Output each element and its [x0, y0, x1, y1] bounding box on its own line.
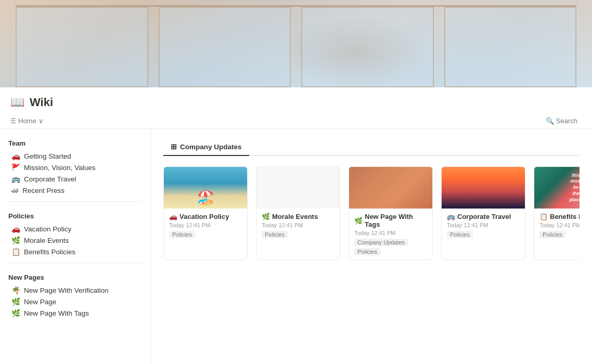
sidebar-section-new-pages: New Pages	[8, 274, 142, 281]
sidebar-item-mission-vision[interactable]: 🚩 Mission, Vision, Values	[8, 162, 142, 173]
plant-icon: 🌿	[11, 236, 20, 244]
card-corporate-travel[interactable]: 🚌 Corporate Travel Today 12:41 PM Polici…	[441, 166, 525, 260]
main-layout: Team 🚗 Getting Started 🚩 Mission, Vision…	[0, 129, 592, 364]
plant-icon: 🌿	[11, 309, 20, 317]
search-icon: 🔍	[546, 117, 554, 125]
card-tags: Policies	[169, 231, 242, 238]
sidebar-item-label: New Page	[24, 298, 56, 306]
card-image-sunset	[442, 167, 525, 209]
wiki-header: 📖 Wiki	[0, 87, 592, 113]
clipboard-emoji: 📋	[539, 213, 548, 220]
tag: Policies	[447, 231, 473, 238]
racing-car-icon: 🏎	[11, 186, 19, 194]
plant-emoji: 🌿	[262, 213, 270, 220]
palm-icon: 🌴	[11, 286, 20, 294]
car-icon: 🚗	[11, 225, 20, 233]
card-tags: Policies	[447, 231, 520, 238]
card-tags: Policies	[539, 231, 580, 238]
plant-icon: 🌿	[11, 297, 20, 306]
card-date: Today 12:41 PM	[262, 222, 334, 228]
sidebar-item-label: Benefits Policies	[24, 248, 75, 256]
sidebar-item-label: Mission, Vision, Values	[24, 164, 96, 172]
tag: Policies	[539, 231, 565, 238]
card-new-page-tags[interactable]: 🌿 New Page With Tags Today 12:41 PM Comp…	[349, 166, 433, 260]
sidebar-item-corporate-travel[interactable]: 🚌 Corporate Travel	[8, 173, 142, 185]
main-content: ⊞ Company Updates 🚗 Vacation Policy Toda…	[151, 129, 592, 364]
sidebar: Team 🚗 Getting Started 🚩 Mission, Vision…	[0, 129, 151, 364]
search-button[interactable]: 🔍 Search	[542, 115, 582, 126]
card-tags: Policies	[262, 231, 334, 238]
card-morale-events[interactable]: 🌿 Morale Events Today 12:41 PM Policies	[256, 166, 340, 260]
sidebar-item-vacation-policy[interactable]: 🚗 Vacation Policy	[8, 223, 142, 235]
sidebar-divider-2	[8, 263, 142, 263]
car-emoji: 🚗	[169, 213, 177, 220]
card-title: 📋 Benefits Policies	[539, 213, 580, 220]
sidebar-item-getting-started[interactable]: 🚗 Getting Started	[8, 150, 142, 162]
sidebar-item-label: Vacation Policy	[24, 225, 71, 233]
card-date: Today 12:41 PM	[354, 230, 427, 236]
tag: Policies	[262, 231, 288, 238]
tab-company-updates[interactable]: ⊞ Company Updates	[163, 139, 249, 156]
card-date: Today 12:41 PM	[169, 222, 242, 228]
sidebar-item-label: Morale Events	[24, 237, 69, 244]
card-title: 🌿 Morale Events	[262, 213, 334, 220]
sidebar-item-benefits-policies[interactable]: 📋 Benefits Policies	[8, 246, 142, 257]
breadcrumb[interactable]: ☰ Home ∨	[10, 117, 44, 125]
card-title: 🌿 New Page With Tags	[354, 213, 427, 228]
sidebar-item-morale-events[interactable]: 🌿 Morale Events	[8, 235, 142, 246]
card-title: 🚌 Corporate Travel	[447, 213, 520, 220]
search-label: Search	[556, 117, 577, 125]
tabs-bar: ⊞ Company Updates	[163, 139, 580, 156]
hero-banner	[0, 0, 592, 87]
sidebar-item-recent-press[interactable]: 🏎 Recent Press	[8, 185, 142, 196]
breadcrumb-label: Home	[18, 117, 36, 125]
sidebar-item-label: Getting Started	[24, 152, 71, 160]
list-icon: ☰	[10, 118, 16, 125]
chevron-down-icon: ∨	[38, 117, 44, 125]
card-image-beach	[164, 167, 247, 209]
sidebar-divider-1	[8, 201, 142, 202]
card-benefits-policies[interactable]: thismustbetheplace. 📋 Benefits Policies …	[534, 166, 580, 260]
card-date: Today 12:41 PM	[539, 222, 580, 228]
place-text: thismustbetheplace.	[569, 173, 580, 203]
sidebar-section-team: Team	[8, 139, 142, 147]
wiki-title: Wiki	[30, 96, 53, 109]
plant-emoji: 🌿	[354, 217, 363, 225]
grid-icon: ⊞	[171, 142, 177, 151]
flag-icon: 🚩	[11, 163, 20, 172]
card-tags: Company Updates Policies	[354, 239, 427, 255]
car-icon: 🚗	[11, 152, 20, 160]
sidebar-item-new-page-tags[interactable]: 🌿 New Page With Tags	[8, 307, 142, 319]
sidebar-section-policies: Policies	[8, 212, 142, 220]
card-image-place: thismustbetheplace.	[534, 167, 580, 209]
sidebar-item-label: New Page With Tags	[24, 309, 89, 317]
sidebar-item-label: Recent Press	[22, 187, 65, 194]
cards-grid: 🚗 Vacation Policy Today 12:41 PM Policie…	[163, 166, 580, 264]
tag: Policies	[169, 231, 195, 238]
sidebar-item-label: New Page With Verification	[24, 287, 109, 294]
tag-company-updates: Company Updates	[354, 239, 408, 246]
card-image-abstract	[349, 167, 432, 209]
card-vacation-policy[interactable]: 🚗 Vacation Policy Today 12:41 PM Policie…	[163, 166, 248, 260]
sidebar-item-label: Corporate Travel	[24, 175, 76, 183]
wiki-icon: 📖	[10, 96, 24, 109]
tab-label: Company Updates	[180, 143, 242, 151]
card-date: Today 12:41 PM	[447, 222, 520, 228]
sidebar-item-new-page-verification[interactable]: 🌴 New Page With Verification	[8, 284, 142, 296]
clipboard-icon: 📋	[11, 248, 20, 256]
bus-icon: 🚌	[11, 175, 20, 183]
bus-emoji: 🚌	[447, 213, 455, 220]
card-title: 🚗 Vacation Policy	[169, 213, 242, 220]
tag-policies: Policies	[354, 248, 380, 255]
sidebar-item-new-page[interactable]: 🌿 New Page	[8, 296, 142, 307]
card-image-empty	[256, 167, 340, 209]
breadcrumb-bar: ☰ Home ∨ 🔍 Search	[0, 113, 592, 129]
